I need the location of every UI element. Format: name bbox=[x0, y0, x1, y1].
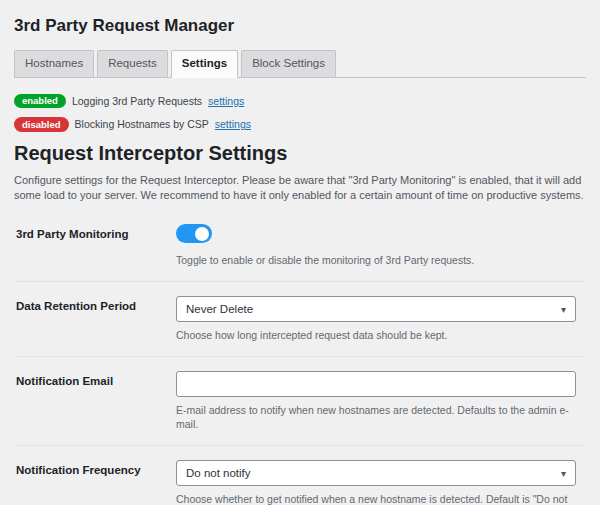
status-logging-text: Logging 3rd Party Requests bbox=[72, 95, 202, 107]
row-monitoring: 3rd Party Monitoring Toggle to enable or… bbox=[14, 210, 586, 282]
page-title: 3rd Party Request Manager bbox=[14, 14, 586, 40]
retention-help: Choose how long intercepted request data… bbox=[176, 328, 576, 343]
tab-settings[interactable]: Settings bbox=[171, 50, 238, 78]
tab-hostnames[interactable]: Hostnames bbox=[14, 50, 94, 77]
chevron-down-icon: ▾ bbox=[561, 468, 566, 479]
monitoring-label: 3rd Party Monitoring bbox=[16, 224, 176, 268]
frequency-help: Choose whether to get notified when a ne… bbox=[176, 492, 576, 505]
enabled-badge: enabled bbox=[14, 94, 66, 109]
tab-bar: HostnamesRequestsSettingsBlock Settings bbox=[14, 50, 586, 78]
email-help: E-mail address to notify when new hostna… bbox=[176, 403, 576, 432]
retention-select[interactable]: Never Delete ▾ bbox=[176, 296, 576, 322]
row-email: Notification Email E-mail address to not… bbox=[14, 357, 586, 446]
frequency-label: Notification Frequency bbox=[16, 460, 176, 505]
frequency-select[interactable]: Do not notify ▾ bbox=[176, 460, 576, 486]
logging-settings-link[interactable]: settings bbox=[208, 95, 244, 107]
email-label: Notification Email bbox=[16, 371, 176, 432]
disabled-badge: disabled bbox=[14, 117, 69, 132]
tab-requests[interactable]: Requests bbox=[97, 50, 168, 77]
settings-page: 3rd Party Request Manager HostnamesReque… bbox=[0, 0, 600, 505]
notification-email-input[interactable] bbox=[176, 371, 576, 397]
settings-form: 3rd Party Monitoring Toggle to enable or… bbox=[14, 210, 586, 505]
monitoring-help: Toggle to enable or disable the monitori… bbox=[176, 253, 576, 268]
frequency-selected-value: Do not notify bbox=[186, 467, 251, 479]
retention-selected-value: Never Delete bbox=[186, 303, 253, 315]
tab-block-settings[interactable]: Block Settings bbox=[241, 50, 336, 77]
toggle-knob bbox=[195, 227, 209, 241]
chevron-down-icon: ▾ bbox=[561, 304, 566, 315]
row-retention: Data Retention Period Never Delete ▾ Cho… bbox=[14, 282, 586, 357]
status-logging: enabled Logging 3rd Party Requests setti… bbox=[14, 94, 586, 109]
retention-label: Data Retention Period bbox=[16, 296, 176, 343]
row-frequency: Notification Frequency Do not notify ▾ C… bbox=[14, 446, 586, 505]
status-csp: disabled Blocking Hostnames by CSP setti… bbox=[14, 117, 586, 132]
csp-settings-link[interactable]: settings bbox=[215, 118, 251, 130]
section-description: Configure settings for the Request Inter… bbox=[14, 173, 586, 205]
monitoring-toggle[interactable] bbox=[176, 224, 212, 243]
status-csp-text: Blocking Hostnames by CSP bbox=[75, 118, 209, 130]
status-area: enabled Logging 3rd Party Requests setti… bbox=[14, 94, 586, 132]
section-heading: Request Interceptor Settings bbox=[14, 142, 586, 165]
